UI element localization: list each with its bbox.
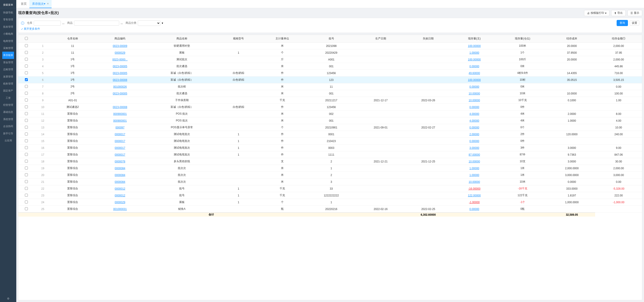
table-row[interactable]: 4 1号 0023-00005 批次遴选 米 001 0.00000 0米 44… xyxy=(18,63,642,70)
row-qty-main[interactable]: -16.00000 xyxy=(452,185,496,192)
row-qty-main[interactable]: 0.00000 xyxy=(452,63,496,70)
export-button[interactable]: ⬆ 导出 xyxy=(611,10,626,16)
row-checkbox[interactable] xyxy=(18,43,34,49)
category-select[interactable] xyxy=(138,20,160,26)
row-qty-main[interactable]: 100.00000 xyxy=(452,43,496,49)
table-row[interactable]: 23 置客综合 0000012 批号 1 千克 1222222222 122.0… xyxy=(18,192,642,199)
table-row[interactable]: 16 置客综合 0000017 测试电笔批次 1 件 0003 3.00000 … xyxy=(18,144,642,151)
row-code[interactable]: 001000031 xyxy=(94,206,146,213)
table-row[interactable]: 13 置客综合 000097 POS显示单号异常 个 20210901 2021… xyxy=(18,124,642,131)
sidebar-item-2[interactable]: 批发管理 xyxy=(2,23,14,30)
expand-icon[interactable]: › xyxy=(21,22,24,25)
sidebar-item-11[interactable]: 固定资产 xyxy=(2,87,14,94)
sidebar-item-14[interactable]: 基础信息 xyxy=(2,108,14,115)
sidebar-item-9[interactable]: 发票管理 xyxy=(2,73,14,80)
row-checkbox[interactable] xyxy=(18,144,34,151)
row-checkbox[interactable] xyxy=(18,165,34,172)
row-code[interactable]: 0000012 xyxy=(94,185,146,192)
row-code[interactable] xyxy=(94,97,146,104)
row-code[interactable]: 0000029 xyxy=(94,199,146,206)
sidebar-item-6[interactable]: 库存核算 xyxy=(2,52,14,59)
sidebar-item-16[interactable]: 企业协同 xyxy=(2,123,14,130)
table-row[interactable]: 5 1号 0023-00005 富诚（白色/奶棕） 白色/奶棕 件 123456… xyxy=(18,70,642,77)
table-row[interactable]: 18 置客综合 0000078 多头黑色软线 支 2 2021-12-21 20… xyxy=(18,158,642,165)
row-qty-main[interactable]: 0.00000 xyxy=(452,138,496,144)
row-qty-main[interactable]: 122.00000 xyxy=(452,192,496,199)
row-qty-main[interactable]: 4.00000 xyxy=(452,117,496,124)
print-button[interactable]: 🖨 按模版打印 ▾ xyxy=(584,10,610,16)
table-row[interactable]: 14 置客综合 0000017 测试电笔批次 1 件 0001 2.00000 … xyxy=(18,131,642,138)
row-qty-main[interactable]: 1.00000 xyxy=(452,49,496,56)
table-row[interactable]: 25 置客综合 001000031 鱿鱼A 瓶 20220216 2022-02… xyxy=(18,206,642,213)
tab-home[interactable]: 首页 xyxy=(18,0,30,8)
sidebar-item-7[interactable]: 资金管理 xyxy=(2,59,14,66)
row-code[interactable]: 000900001 xyxy=(94,111,146,117)
sidebar-item-10[interactable]: 税务管理 xyxy=(2,80,14,87)
row-code[interactable]: 0000017 xyxy=(94,151,146,158)
row-checkbox[interactable] xyxy=(18,104,34,111)
sidebar-item-4[interactable]: 电商管理 xyxy=(2,38,14,45)
row-qty-main[interactable]: 4.00000 xyxy=(452,111,496,117)
row-checkbox[interactable] xyxy=(18,185,34,192)
sidebar-item-17[interactable]: 新手引导 xyxy=(2,130,14,137)
table-row[interactable]: 12 置客综合 000900001 POS 批次 米 001 4.00000 4… xyxy=(18,117,642,124)
row-qty-main[interactable]: 2.00000 xyxy=(452,131,496,138)
row-qty-main[interactable]: 0.00000 xyxy=(452,104,496,111)
sidebar-item-18[interactable]: 云应用 xyxy=(2,137,14,144)
sidebar-search[interactable]: 搜索菜单 xyxy=(0,2,16,8)
sidebar-item-15[interactable]: 系统管理 xyxy=(2,116,14,123)
sidebar-item-5[interactable]: 采购管理 xyxy=(2,45,14,52)
row-code[interactable]: 0000078 xyxy=(94,158,146,165)
row-code[interactable]: 0023-00009 xyxy=(94,43,146,49)
table-row[interactable]: 2 11 0000029 展板 1 个 20220429 1.00000 1个 … xyxy=(18,49,642,56)
table-row[interactable]: 3 1号 0023-0000... 测试批次 斤 A001 100.00000 … xyxy=(18,56,642,63)
table-row[interactable]: 7 2号 001000026 批次框 米 11 0.00000 0米 0.00 xyxy=(18,83,642,90)
row-qty-main[interactable]: 1.00000 xyxy=(452,172,496,179)
sidebar-item-13[interactable]: 经营管理 xyxy=(2,101,14,108)
row-qty-main[interactable]: 0.00000 xyxy=(452,206,496,213)
row-qty-main[interactable]: 10.00000 xyxy=(452,97,496,104)
row-checkbox[interactable] xyxy=(18,97,34,104)
warehouse-input[interactable] xyxy=(34,21,61,26)
table-row[interactable]: 8 2号 0023-00005 批次遴选 米 001 10.00000 10米 … xyxy=(18,90,642,97)
row-checkbox[interactable] xyxy=(18,124,34,131)
set-button[interactable]: 设置 xyxy=(630,20,639,26)
row-qty-main[interactable]: 100.00000 xyxy=(452,77,496,83)
row-checkbox[interactable] xyxy=(18,179,34,185)
row-code[interactable]: 0000084 xyxy=(94,165,146,172)
sidebar-item-3[interactable]: 小鹅电商 xyxy=(2,30,14,37)
row-qty-main[interactable]: 10.00000 xyxy=(452,158,496,165)
row-qty-main[interactable]: 100.00000 xyxy=(452,56,496,63)
row-code[interactable]: 0023-0000... xyxy=(94,56,146,63)
product-input[interactable] xyxy=(74,21,119,26)
row-code[interactable]: 0023-00005 xyxy=(94,90,146,97)
row-checkbox[interactable] xyxy=(18,206,34,213)
row-qty-main[interactable]: 1.00000 xyxy=(452,165,496,172)
row-qty-main[interactable]: 0.00000 xyxy=(452,83,496,90)
sidebar-item-8[interactable]: 总账管理 xyxy=(2,66,14,73)
table-row[interactable]: 17 置客综合 0000017 测试电笔批次 1 件 1111 87.00000… xyxy=(18,151,642,158)
table-row[interactable]: 11 置客综合 000900001 POS 批次 米 002 4.00000 4… xyxy=(18,111,642,117)
row-code[interactable]: 0023-00008 xyxy=(94,104,146,111)
row-checkbox[interactable] xyxy=(18,172,34,179)
row-checkbox[interactable] xyxy=(18,90,34,97)
row-checkbox[interactable] xyxy=(18,151,34,158)
tab-inventory-batch[interactable]: 库存批次▾ ✕ xyxy=(30,0,52,8)
row-code[interactable]: 001000026 xyxy=(94,83,146,90)
row-checkbox[interactable] xyxy=(18,138,34,144)
row-checkbox[interactable] xyxy=(18,83,34,90)
sidebar-item-1[interactable]: 零售管理 xyxy=(2,16,14,23)
row-code[interactable]: 0000084 xyxy=(94,172,146,179)
row-code[interactable]: 000097 xyxy=(94,124,146,131)
table-row[interactable]: 20 置客综合 0000084 批次次 米 2 1.00000 1米 3,000… xyxy=(18,172,642,179)
table-row[interactable]: 19 置客综合 0000084 批次次 米 1 1.00000 1米 2,000… xyxy=(18,165,642,172)
row-qty-main[interactable]: 10.00000 xyxy=(452,90,496,97)
row-checkbox[interactable] xyxy=(18,131,34,138)
row-code[interactable]: 0023-00005 xyxy=(94,63,146,70)
row-checkbox[interactable] xyxy=(18,199,34,206)
sidebar-item-12[interactable]: 工资 xyxy=(2,94,14,101)
row-qty-main[interactable]: 3.00000 xyxy=(452,144,496,151)
row-qty-main[interactable]: 87.00000 xyxy=(452,151,496,158)
row-code[interactable]: 0000017 xyxy=(94,131,146,138)
table-row[interactable]: 24 置客综合 0000029 展板 1 个 1 -1.00000 -1个 1,… xyxy=(18,199,642,206)
